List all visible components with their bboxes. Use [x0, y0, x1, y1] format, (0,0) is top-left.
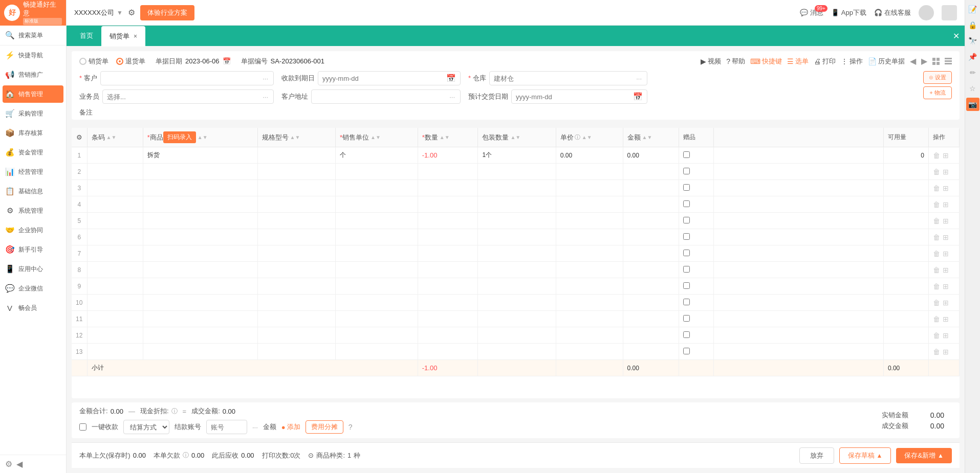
topbar-settings-icon[interactable]: ⚙: [128, 8, 135, 17]
action-help[interactable]: ? 帮助: [726, 57, 745, 66]
nav-next-icon[interactable]: ▶: [921, 56, 927, 66]
copy-row-icon[interactable]: ⊞: [943, 282, 949, 290]
copy-row-icon[interactable]: ⊞: [943, 250, 949, 258]
customer-input[interactable]: [105, 75, 259, 82]
radio-return-order[interactable]: 退货单: [116, 57, 145, 66]
sidebar-item-quick-nav[interactable]: ⚡ 快捷导航: [0, 46, 66, 65]
sidebar-item-finance[interactable]: 💰 资金管理: [0, 143, 66, 162]
delete-row-icon[interactable]: 🗑: [933, 331, 940, 340]
sort-quantity[interactable]: ▲▼: [440, 135, 450, 140]
sidebar-item-search[interactable]: 🔍 搜索菜单: [0, 26, 66, 46]
right-sidebar-lock-icon[interactable]: 🔒: [966, 18, 979, 32]
delete-row-icon[interactable]: 🗑: [933, 282, 940, 290]
delete-row-icon[interactable]: 🗑: [933, 315, 940, 323]
right-sidebar-camera-icon[interactable]: 📷: [966, 98, 979, 111]
tabbar-close-icon[interactable]: ✕: [953, 31, 960, 41]
delete-row-icon[interactable]: 🗑: [933, 266, 940, 274]
action-operate[interactable]: ⋮ 操作: [841, 57, 863, 66]
spec-cell[interactable]: [257, 147, 335, 164]
sort-pack[interactable]: ▲▼: [510, 135, 520, 140]
copy-row-icon[interactable]: ⊞: [943, 266, 949, 274]
delete-row-icon[interactable]: 🗑: [933, 151, 940, 160]
calendar-icon[interactable]: 📅: [223, 57, 231, 65]
tab-close-icon[interactable]: ×: [134, 33, 137, 40]
trial-button[interactable]: 体验行业方案: [140, 5, 194, 20]
nav-prev-icon[interactable]: ◀: [910, 56, 916, 66]
action-shortcut[interactable]: ⌨ 快捷键: [750, 57, 782, 66]
account-input[interactable]: [206, 420, 247, 434]
footer-help-icon[interactable]: ?: [349, 423, 353, 431]
right-sidebar-star-icon[interactable]: ☆: [966, 82, 979, 95]
user-menu[interactable]: [942, 5, 957, 20]
table-wrapper[interactable]: ⚙ 条码▲▼ *商品 扫码录入 ▲▼: [72, 128, 960, 398]
sidebar-collapse-icon[interactable]: ◀: [16, 459, 23, 469]
delete-row-icon[interactable]: 🗑: [933, 217, 940, 225]
sidebar-settings-icon[interactable]: ⚙: [5, 459, 12, 469]
add-payment-button[interactable]: ● 添加: [281, 422, 300, 432]
pack-qty-cell[interactable]: 1个: [478, 147, 556, 164]
sidebar-item-marketing[interactable]: 📢 营销推广: [0, 65, 66, 84]
customer-addr-more-icon[interactable]: ···: [448, 93, 456, 101]
sort-unit[interactable]: ▲▼: [371, 135, 381, 140]
view-grid-icon[interactable]: [932, 58, 940, 65]
action-history[interactable]: 📄 历史单据: [868, 57, 905, 66]
goods-type[interactable]: ⊙ 商品种类: 1 种: [308, 451, 360, 460]
warehouse-more-icon[interactable]: ···: [635, 75, 643, 82]
settings-button[interactable]: ⊙ 设置: [923, 71, 952, 84]
delete-row-icon[interactable]: 🗑: [933, 299, 940, 307]
expense-split-button[interactable]: 费用分摊: [306, 420, 343, 434]
copy-row-icon[interactable]: ⊞: [943, 168, 949, 176]
one-click-payment-checkbox[interactable]: [79, 423, 86, 431]
action-select[interactable]: ☰ 选单: [787, 57, 809, 66]
sort-barcode[interactable]: ▲▼: [106, 135, 117, 140]
customer-addr-input[interactable]: [316, 93, 446, 101]
gift-checkbox[interactable]: [683, 348, 690, 354]
copy-row-icon[interactable]: ⊞: [943, 348, 949, 356]
debt-info-icon[interactable]: ⓘ: [183, 451, 189, 460]
unit-price-cell[interactable]: 0.00: [556, 147, 623, 164]
gift-checkbox[interactable]: [683, 217, 690, 223]
sort-amount[interactable]: ▲▼: [642, 135, 652, 140]
copy-row-icon[interactable]: ⊞: [943, 233, 949, 241]
delete-row-icon[interactable]: 🗑: [933, 168, 940, 176]
app-download-button[interactable]: 📱 App下载: [831, 8, 866, 17]
customer-input-wrap[interactable]: ···: [100, 71, 274, 85]
sidebar-item-wechat[interactable]: 💬 企业微信: [0, 279, 66, 298]
right-sidebar-pin-icon[interactable]: 📌: [966, 50, 979, 63]
salesman-input[interactable]: [107, 93, 259, 101]
right-sidebar-notes-icon[interactable]: 📝: [966, 3, 979, 16]
sidebar-item-member[interactable]: V 畅会员: [0, 298, 66, 318]
action-video[interactable]: ▶ 视频: [701, 57, 721, 66]
copy-row-icon[interactable]: ⊞: [943, 315, 949, 323]
delete-row-icon[interactable]: 🗑: [933, 250, 940, 258]
quantity-cell[interactable]: -1.00: [418, 147, 478, 164]
gift-checkbox[interactable]: [683, 299, 690, 305]
user-avatar[interactable]: [919, 5, 934, 20]
save-new-button[interactable]: 保存&新增 ▲: [896, 448, 952, 463]
delivery-date-input[interactable]: [516, 93, 631, 101]
payment-due-input-wrap[interactable]: 📅: [318, 71, 461, 85]
sort-spec[interactable]: ▲▼: [290, 135, 300, 140]
gift-checkbox[interactable]: [683, 250, 690, 256]
scan-input-button[interactable]: 扫码录入: [163, 131, 196, 143]
copy-row-icon[interactable]: ⊞: [943, 331, 949, 340]
logistics-button[interactable]: + 物流: [923, 86, 952, 99]
salesman-more-icon[interactable]: ···: [262, 93, 269, 101]
discard-button[interactable]: 放弃: [799, 447, 834, 464]
tab-home[interactable]: 首页: [72, 26, 101, 46]
unit-cell[interactable]: 个: [335, 147, 418, 164]
action-print[interactable]: 🖨 打印: [814, 57, 836, 66]
radio-sales-order[interactable]: 销货单: [79, 57, 108, 66]
gift-checkbox[interactable]: [683, 266, 690, 273]
sidebar-item-collab[interactable]: 🤝 企业协同: [0, 220, 66, 240]
gift-checkbox[interactable]: [683, 151, 690, 158]
delete-row-icon[interactable]: 🗑: [933, 233, 940, 241]
tab-sales-order[interactable]: 销货单 ×: [101, 26, 145, 47]
gift-checkbox[interactable]: [683, 184, 690, 191]
gift-checkbox[interactable]: [683, 331, 690, 338]
copy-row-icon[interactable]: ⊞: [943, 217, 949, 225]
delete-row-icon[interactable]: 🗑: [933, 184, 940, 192]
gift-checkbox[interactable]: [683, 233, 690, 240]
product-cell[interactable]: 拆货: [143, 147, 257, 164]
sidebar-item-basic[interactable]: 📋 基础信息: [0, 182, 66, 201]
